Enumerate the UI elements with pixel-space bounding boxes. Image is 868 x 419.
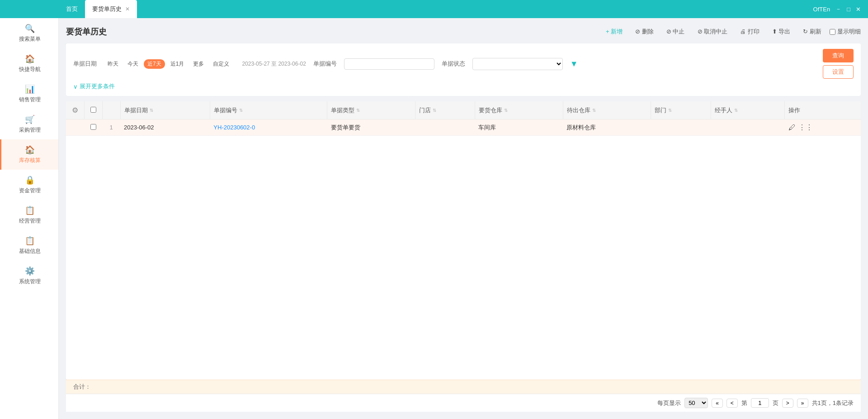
th-pending-warehouse-label: 待出仓库 bbox=[567, 106, 590, 114]
th-dept-label: 部门 bbox=[655, 106, 666, 114]
th-num bbox=[102, 101, 120, 119]
th-pending-warehouse[interactable]: 待出仓库 ⇅ bbox=[563, 101, 651, 119]
th-dept[interactable]: 部门 ⇅ bbox=[651, 101, 711, 119]
page-number-input[interactable] bbox=[751, 398, 769, 408]
sidebar-item-inventory[interactable]: 🏠 库存核算 bbox=[0, 139, 58, 170]
main-layout: 🔍 搜索菜单 🏠 快捷导航 📊 销售管理 🛒 采购管理 🏠 库存核算 🔒 资金管… bbox=[0, 18, 868, 419]
inventory-icon: 🏠 bbox=[25, 145, 35, 155]
sales-icon: 📊 bbox=[25, 84, 35, 94]
per-page-select[interactable]: 50 10 20 100 bbox=[684, 398, 708, 408]
sidebar-item-quick-nav[interactable]: 🏠 快捷导航 bbox=[0, 48, 58, 79]
last-page-button[interactable]: » bbox=[797, 399, 808, 408]
th-order-no[interactable]: 单据编号 ⇅ bbox=[210, 101, 327, 119]
search-menu-icon: 🔍 bbox=[25, 24, 35, 33]
row-settings-col bbox=[66, 119, 84, 136]
sidebar-item-search-menu[interactable]: 🔍 搜索菜单 bbox=[0, 18, 58, 48]
th-order-type[interactable]: 单据类型 ⇅ bbox=[327, 101, 415, 119]
date-filter-label: 单据日期 bbox=[73, 60, 97, 68]
finance-icon: 🔒 bbox=[25, 175, 35, 185]
date-btn-more[interactable]: 更多 bbox=[189, 59, 208, 69]
th-check bbox=[84, 101, 102, 119]
date-btn-yesterday[interactable]: 昨天 bbox=[104, 59, 122, 69]
status-select[interactable] bbox=[472, 58, 563, 70]
sidebar-item-ops-label: 经营管理 bbox=[19, 217, 41, 225]
minimize-icon[interactable]: － bbox=[835, 5, 841, 13]
page-label: 第 bbox=[741, 399, 747, 407]
th-handler[interactable]: 经手人 ⇅ bbox=[711, 101, 784, 119]
th-store[interactable]: 门店 ⇅ bbox=[415, 101, 475, 119]
tab-order-history[interactable]: 要货单历史 ✕ bbox=[85, 0, 137, 18]
expand-filter-button[interactable]: ∨ 展开更多条件 bbox=[73, 82, 854, 90]
sidebar-item-sales-label: 销售管理 bbox=[19, 96, 41, 104]
display-detail-toggle[interactable]: 显示明细 bbox=[830, 28, 861, 36]
sidebar-item-inventory-label: 库存核算 bbox=[19, 157, 41, 164]
refresh-button[interactable]: ↻ 刷新 bbox=[798, 25, 826, 38]
order-no-input[interactable] bbox=[344, 58, 434, 70]
query-button[interactable]: 查询 bbox=[823, 49, 854, 62]
export-button[interactable]: ⬆ 导出 bbox=[768, 25, 795, 38]
sidebar-item-purchase[interactable]: 🛒 采购管理 bbox=[0, 109, 58, 139]
sys-icon: ⚙️ bbox=[25, 266, 35, 276]
th-date[interactable]: 单据日期 ⇅ bbox=[120, 101, 210, 119]
row-order-no-link[interactable]: YH-20230602-0 bbox=[213, 124, 255, 131]
row-handler bbox=[711, 119, 784, 136]
sidebar-item-ops[interactable]: 📋 经营管理 bbox=[0, 200, 58, 230]
status-label: 单据状态 bbox=[442, 60, 465, 68]
sidebar-item-sales[interactable]: 📊 销售管理 bbox=[0, 79, 58, 109]
th-req-warehouse[interactable]: 要货仓库 ⇅ bbox=[475, 101, 563, 119]
date-btn-custom[interactable]: 自定义 bbox=[209, 59, 233, 69]
sidebar-item-finance[interactable]: 🔒 资金管理 bbox=[0, 170, 58, 200]
purchase-icon: 🛒 bbox=[25, 114, 35, 124]
row-checkbox[interactable] bbox=[90, 124, 96, 130]
sidebar-item-sys[interactable]: ⚙️ 系统管理 bbox=[0, 261, 58, 291]
first-page-button[interactable]: « bbox=[712, 399, 723, 408]
th-handler-label: 经手人 bbox=[715, 106, 732, 114]
th-order-no-sort-icon: ⇅ bbox=[239, 108, 243, 113]
sidebar-item-base-info[interactable]: 📋 基础信息 bbox=[0, 230, 58, 261]
th-actions: 操作 bbox=[785, 101, 861, 119]
table-header-row: ⚙ 单据日期 ⇅ bbox=[66, 101, 861, 119]
row-check-col bbox=[84, 119, 102, 136]
prev-page-button[interactable]: < bbox=[726, 399, 738, 408]
th-date-label: 单据日期 bbox=[124, 106, 148, 114]
cancel-stop-button[interactable]: ⊘ 取消中止 bbox=[693, 25, 732, 38]
close-icon[interactable]: ✕ bbox=[856, 6, 861, 13]
settings-gear-icon[interactable]: ⚙ bbox=[72, 106, 78, 114]
stop-button[interactable]: ⊘ 中止 bbox=[662, 25, 689, 38]
delete-button[interactable]: ⊘ 删除 bbox=[631, 25, 658, 38]
often-text[interactable]: OfTEn bbox=[813, 6, 830, 13]
expand-label: 展开更多条件 bbox=[80, 82, 115, 90]
sidebar-item-finance-label: 资金管理 bbox=[19, 187, 41, 195]
date-btn-1month[interactable]: 近1月 bbox=[167, 59, 188, 69]
tab-close-icon[interactable]: ✕ bbox=[125, 6, 130, 12]
date-btn-today[interactable]: 今天 bbox=[124, 59, 142, 69]
row-actions: 🖊 ⋮⋮ bbox=[785, 119, 861, 136]
total-label: 合计： bbox=[73, 383, 91, 391]
date-btn-7days[interactable]: 近7天 bbox=[144, 59, 165, 69]
table-row: 1 2023-06-02 YH-20230602-0 要货单要货 车间库 原材料… bbox=[66, 119, 861, 136]
top-bar: 首页 要货单历史 ✕ OfTEn － □ ✕ bbox=[0, 0, 868, 18]
sidebar-item-search-menu-label: 搜索菜单 bbox=[19, 35, 41, 43]
next-page-button[interactable]: > bbox=[782, 399, 793, 408]
setting-button[interactable]: 设置 bbox=[823, 65, 854, 79]
print-button[interactable]: 🖨 打印 bbox=[736, 25, 764, 38]
select-all-checkbox[interactable] bbox=[90, 107, 96, 113]
sidebar-item-quick-nav-label: 快捷导航 bbox=[19, 66, 41, 73]
maximize-icon[interactable]: □ bbox=[847, 6, 850, 13]
th-order-no-label: 单据编号 bbox=[214, 106, 237, 114]
th-order-type-sort-icon: ⇅ bbox=[356, 108, 360, 113]
row-more-icon[interactable]: ⋮⋮ bbox=[798, 123, 813, 132]
row-req-warehouse: 车间库 bbox=[475, 119, 563, 136]
toolbar: + 新增 ⊘ 删除 ⊘ 中止 ⊘ 取消中止 🖨 打印 ⬆ 导出 ↻ 刷新 显示明… bbox=[601, 25, 861, 38]
sidebar-item-purchase-label: 采购管理 bbox=[19, 126, 41, 134]
status-dropdown-icon[interactable]: ▼ bbox=[570, 59, 578, 69]
th-req-warehouse-label: 要货仓库 bbox=[479, 106, 502, 114]
row-date: 2023-06-02 bbox=[120, 119, 210, 136]
th-dept-sort-icon: ⇅ bbox=[668, 108, 672, 113]
per-page-label: 每页显示 bbox=[657, 399, 681, 407]
tab-home[interactable]: 首页 bbox=[59, 0, 85, 18]
new-button[interactable]: + 新增 bbox=[601, 25, 627, 38]
th-settings: ⚙ bbox=[66, 101, 84, 119]
display-detail-checkbox[interactable] bbox=[830, 29, 835, 35]
row-edit-icon[interactable]: 🖊 bbox=[788, 124, 796, 132]
